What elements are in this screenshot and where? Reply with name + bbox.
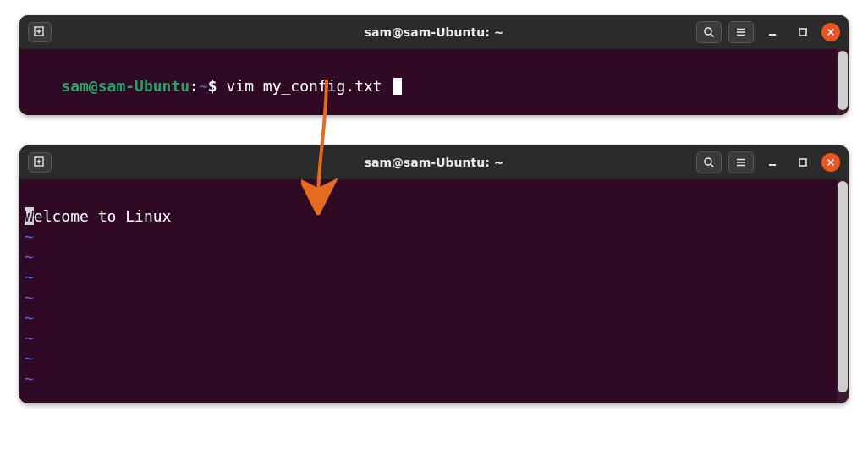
close-button[interactable] <box>821 153 840 172</box>
maximize-button[interactable] <box>791 20 815 44</box>
vim-buffer: Welcome to Linux ~ ~ ~ ~ ~ ~ ~ ~ <box>25 186 843 403</box>
new-tab-icon <box>34 26 46 38</box>
minimize-icon <box>767 157 777 167</box>
titlebar-top[interactable]: sam@sam-Ubuntu: ~ <box>19 15 849 49</box>
maximize-icon <box>798 157 808 167</box>
svg-point-15 <box>705 158 711 165</box>
prompt-symbol: $ <box>208 77 217 95</box>
svg-line-16 <box>711 164 714 167</box>
file-content-rest: elcome to Linux <box>34 207 172 225</box>
hamburger-icon <box>735 26 747 38</box>
text-cursor <box>393 78 402 95</box>
new-tab-icon <box>34 156 46 168</box>
terminal-window-bottom: sam@sam-Ubuntu: ~ Welcome to Linux ~ ~ ~… <box>19 145 849 403</box>
close-icon <box>827 158 835 167</box>
close-icon <box>827 28 835 36</box>
prompt-separator: : <box>190 77 199 95</box>
svg-rect-9 <box>799 29 806 36</box>
svg-rect-21 <box>799 159 806 166</box>
prompt-path: ~ <box>199 77 208 95</box>
titlebar-right-controls <box>696 20 840 44</box>
command-text: vim my_config.txt <box>226 77 382 95</box>
close-button[interactable] <box>821 23 840 41</box>
vim-empty-line: ~ <box>25 228 34 245</box>
menu-button[interactable] <box>728 151 754 173</box>
maximize-button[interactable] <box>791 151 815 174</box>
svg-point-3 <box>705 28 711 35</box>
scrollbar-thumb[interactable] <box>838 181 848 392</box>
new-tab-button[interactable] <box>28 22 52 42</box>
vim-empty-line: ~ <box>25 268 34 286</box>
svg-line-4 <box>711 34 714 37</box>
vim-empty-line: ~ <box>25 349 34 367</box>
scrollbar-top[interactable] <box>837 49 849 115</box>
new-tab-button[interactable] <box>28 152 52 173</box>
search-icon <box>703 156 715 168</box>
scrollbar-bottom[interactable] <box>837 179 849 403</box>
hamburger-icon <box>735 156 747 168</box>
titlebar-bottom[interactable]: sam@sam-Ubuntu: ~ <box>19 145 849 179</box>
prompt-user-host: sam@sam-Ubuntu <box>61 77 190 95</box>
minimize-button[interactable] <box>761 151 784 174</box>
vim-empty-line: ~ <box>25 288 34 306</box>
minimize-icon <box>767 27 777 37</box>
vim-empty-line: ~ <box>25 370 34 387</box>
file-content-line: Welcome to Linux <box>25 207 171 225</box>
terminal-body-top[interactable]: sam@sam-Ubuntu:~$ vim my_config.txt <box>19 49 849 115</box>
vim-empty-line: ~ <box>25 329 34 347</box>
terminal-body-bottom[interactable]: Welcome to Linux ~ ~ ~ ~ ~ ~ ~ ~ 1,1 All <box>19 179 849 403</box>
maximize-icon <box>798 27 808 37</box>
scrollbar-thumb[interactable] <box>838 51 848 110</box>
vim-empty-line: ~ <box>25 309 34 327</box>
titlebar-right-controls <box>696 151 840 174</box>
search-icon <box>703 26 715 38</box>
menu-button[interactable] <box>728 21 754 43</box>
terminal-window-top: sam@sam-Ubuntu: ~ sam@sam-Ubuntu:~$ vim … <box>19 15 849 115</box>
vim-cursor: W <box>25 207 34 225</box>
search-button[interactable] <box>696 151 722 173</box>
minimize-button[interactable] <box>761 20 784 44</box>
vim-empty-line: ~ <box>25 248 34 266</box>
search-button[interactable] <box>696 21 722 43</box>
